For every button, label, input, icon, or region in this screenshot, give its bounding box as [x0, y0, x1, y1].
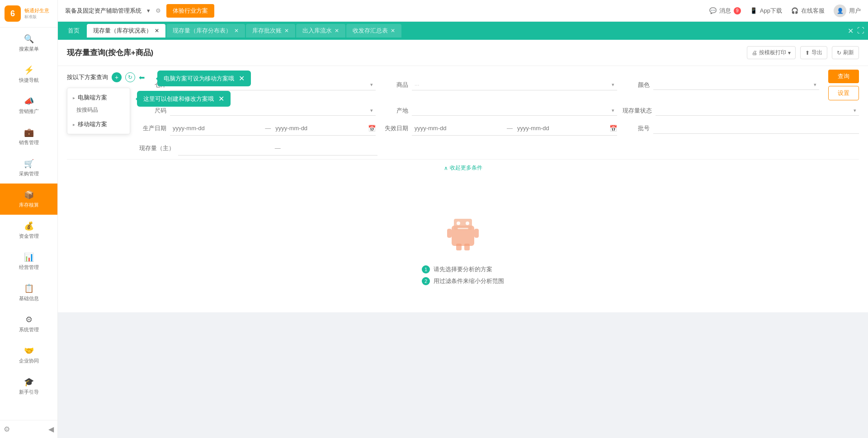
message-label: 消息	[719, 7, 731, 15]
nav-icon-0: 🔍	[24, 34, 34, 44]
batch-input[interactable]	[653, 123, 859, 134]
tip-text-1: 请先选择要分析的方案	[434, 265, 492, 273]
nav-icon-5: 📦	[24, 190, 34, 200]
settings-icon[interactable]: ⚙	[4, 425, 10, 433]
export-button[interactable]: ⬆ 导出	[800, 46, 827, 59]
tab-inventory-distribution[interactable]: 现存量（库存分布表） ✕	[166, 24, 245, 38]
production-date-from[interactable]	[170, 123, 263, 133]
fullscreen-icon[interactable]: ⛶	[857, 27, 864, 35]
tab-close-icon[interactable]: ✕	[335, 28, 339, 33]
system-dropdown[interactable]: ▾	[147, 7, 150, 14]
stock-main-from[interactable]	[178, 143, 273, 153]
sidebar-item-11[interactable]: 🎓 新手引导	[0, 371, 57, 402]
nav-label-4: 采购管理	[19, 170, 39, 177]
scheme-arrow: ▸	[73, 95, 75, 100]
expiry-date-from[interactable]	[412, 123, 505, 133]
sidebar-item-3[interactable]: 💼 销售管理	[0, 121, 57, 152]
tooltip-text: 电脑方案可设为移动方案哦	[164, 75, 234, 83]
nav-icon-10: 🤝	[24, 346, 34, 356]
nav-label-11: 新手引导	[19, 389, 39, 396]
production-date-to[interactable]	[273, 123, 366, 133]
page-actions: 🖨 按模板打印 ▾ ⬆ 导出 ↻ 刷新	[747, 46, 859, 59]
template-print-button[interactable]: 🖨 按模板打印 ▾	[747, 46, 796, 59]
nav-icon-4: 🛒	[24, 159, 34, 169]
tab-close-icon[interactable]: ✕	[155, 28, 159, 33]
filter-field-production-date: 生产日期 — 📅	[139, 121, 376, 136]
filter-label: 按以下方案查询	[67, 73, 108, 81]
sidebar-item-4[interactable]: 🛒 采购管理	[0, 152, 57, 184]
batch-label: 批号	[623, 124, 650, 132]
header-left: 装备及固定资产辅助管理系统 ▾ ⚙ 体验行业方案	[65, 4, 214, 18]
sidebar-item-10[interactable]: 🤝 企业协同	[0, 339, 57, 371]
scheme-pc-item[interactable]: 按搜码品	[67, 104, 130, 116]
nav-label-7: 经营管理	[19, 264, 39, 271]
sidebar-item-9[interactable]: ⚙ 系统管理	[0, 308, 57, 339]
experience-button[interactable]: 体验行业方案	[166, 4, 214, 18]
collapse-bar[interactable]: ∧ 收起更多条件	[67, 159, 859, 176]
tab-close-icon[interactable]: ✕	[391, 28, 395, 33]
refresh-scheme-button[interactable]: ↻	[125, 72, 135, 82]
message-action[interactable]: 💬 消息 9	[709, 7, 741, 15]
nav-icon-7: 📊	[24, 252, 34, 262]
collapse-sidebar-icon[interactable]: ◀	[48, 425, 54, 433]
message-icon: 💬	[709, 7, 717, 14]
filter-field-expiry-date: 失效日期 — 📅	[381, 121, 618, 136]
nav-label-2: 营销推广	[19, 108, 39, 115]
production-date-calendar-icon[interactable]: 📅	[368, 125, 376, 132]
svg-rect-7	[456, 244, 462, 250]
query-button[interactable]: 查询	[828, 70, 859, 83]
tab-batch-account[interactable]: 库存批次账 ✕	[246, 24, 295, 38]
tab-home[interactable]: 首页	[61, 24, 86, 38]
sidebar-item-2[interactable]: 📣 营销推广	[0, 90, 57, 121]
size-select[interactable]: ▾	[170, 106, 376, 116]
tab-summary[interactable]: 收发存汇总表 ✕	[346, 24, 401, 38]
sidebar-item-1[interactable]: ⚡ 快捷导航	[0, 59, 57, 90]
sidebar-item-8[interactable]: 📋 基础信息	[0, 277, 57, 308]
add-scheme-button[interactable]: +	[112, 72, 122, 82]
color-select[interactable]: ▾	[653, 80, 819, 90]
refresh-icon: ↻	[837, 50, 841, 56]
settings-icon-header[interactable]: ⚙	[156, 7, 161, 14]
nav-label-6: 资金管理	[19, 233, 39, 240]
sidebar-item-6[interactable]: 💰 资金管理	[0, 215, 57, 246]
empty-tip-2: 2 用过滤条件来缩小分析范围	[422, 277, 504, 285]
tab-close-icon[interactable]: ✕	[284, 28, 289, 33]
refresh-button[interactable]: ↻ 刷新	[832, 46, 859, 59]
tab-label: 收发存汇总表	[353, 27, 388, 35]
origin-select[interactable]: ▾	[412, 106, 618, 116]
refresh-label: 刷新	[843, 49, 854, 57]
tabs-bar: 首页 现存量（库存状况表） ✕ 现存量（库存分布表） ✕ 库存批次账 ✕ 出入库…	[58, 22, 868, 40]
tooltip-close-button[interactable]: ✕	[239, 74, 245, 83]
scheme-list: ▸ 电脑端方案 按搜码品 ▸ 移动端方案	[67, 88, 130, 134]
scheme-pc-label: 电脑端方案	[78, 94, 107, 102]
sidebar-item-5[interactable]: 📦 库存核算	[0, 184, 57, 215]
tabs-right-actions: ✕ ⛶	[848, 27, 864, 35]
online-support-action[interactable]: 🎧 在线客服	[791, 7, 825, 15]
collapse-icon: ∧	[444, 165, 448, 171]
product-select[interactable]: ··· ▾	[412, 80, 618, 90]
empty-tip-1: 1 请先选择要分析的方案	[422, 265, 504, 273]
template-print-label: 按模板打印	[759, 49, 786, 57]
app-download-action[interactable]: 📱 App下载	[750, 7, 782, 15]
expiry-date-calendar-icon[interactable]: 📅	[609, 125, 617, 132]
nav-icon-6: 💰	[24, 221, 34, 231]
svg-point-2	[457, 221, 460, 225]
export-label: 导出	[811, 49, 822, 57]
tab-close-icon[interactable]: ✕	[234, 28, 239, 33]
stock-main-to[interactable]	[283, 143, 377, 153]
tooltip2-close-button[interactable]: ✕	[218, 94, 224, 103]
sidebar-item-7[interactable]: 📊 经营管理	[0, 246, 57, 277]
app-download-label: App下载	[760, 7, 782, 15]
tab-inout-flow[interactable]: 出入库流水 ✕	[296, 24, 345, 38]
filter-row-4: 现存量（主） —	[139, 141, 859, 155]
tab-inventory-status[interactable]: 现存量（库存状况表） ✕	[87, 24, 165, 38]
tooltip2-text: 这里可以创建和修改方案哦	[143, 95, 214, 103]
expiry-date-to[interactable]	[514, 123, 608, 133]
stock-status-select[interactable]: ▾	[656, 106, 859, 116]
sidebar-item-0[interactable]: 🔍 搜索菜单	[0, 28, 57, 59]
set-button[interactable]: 设置	[828, 86, 859, 100]
user-action[interactable]: 👤 用户	[834, 5, 861, 17]
close-all-tabs-icon[interactable]: ✕	[848, 27, 854, 35]
empty-illustration	[440, 210, 486, 256]
top-header: 装备及固定资产辅助管理系统 ▾ ⚙ 体验行业方案 💬 消息 9 📱 App下载	[58, 0, 868, 22]
